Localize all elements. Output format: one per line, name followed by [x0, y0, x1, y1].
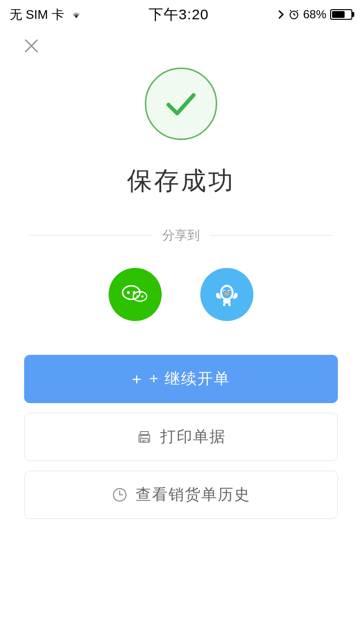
svg-point-17 [224, 291, 225, 292]
status-bar: 无 SIM 卡 下午3:20 68% [0, 0, 362, 29]
checkmark-icon [162, 84, 200, 123]
success-title: 保存成功 [127, 164, 235, 198]
divider-left [29, 235, 153, 236]
qq-icon [210, 278, 243, 311]
status-time: 下午3:20 [149, 5, 209, 25]
no-sim-text: 无 SIM 卡 [10, 6, 64, 23]
share-label: 分享到 [153, 227, 209, 244]
continue-order-button[interactable]: + + 继续开单 [24, 355, 338, 403]
location-icon [274, 9, 285, 20]
share-icons [109, 268, 253, 321]
svg-point-12 [141, 295, 143, 297]
qq-share-button[interactable] [200, 268, 253, 321]
svg-line-4 [297, 10, 298, 11]
success-circle [145, 68, 217, 140]
wechat-share-button[interactable] [109, 268, 162, 321]
close-button[interactable] [19, 34, 43, 58]
svg-line-3 [290, 10, 291, 11]
svg-point-20 [223, 299, 231, 304]
main-content: 保存成功 分享到 [0, 29, 362, 519]
status-right: 68% [274, 8, 352, 21]
wechat-icon [119, 278, 152, 311]
svg-point-28 [140, 436, 142, 438]
history-button[interactable]: 查看销货单历史 [24, 471, 338, 519]
print-button[interactable]: 打印单据 [24, 413, 338, 461]
svg-point-8 [127, 291, 130, 294]
alarm-icon [289, 9, 299, 20]
svg-rect-22 [228, 303, 231, 306]
svg-rect-27 [142, 441, 145, 442]
battery-percent: 68% [303, 8, 326, 21]
continue-icon: + [132, 370, 141, 389]
wifi-icon [69, 9, 84, 20]
divider-right [209, 235, 333, 236]
svg-rect-21 [223, 303, 225, 306]
action-buttons: + + 继续开单 打印单据 查看销货单历史 [0, 355, 362, 519]
continue-label: + 继续开单 [149, 368, 230, 390]
svg-rect-26 [142, 440, 147, 441]
svg-point-11 [137, 295, 139, 297]
close-icon [23, 37, 40, 55]
battery-icon [330, 9, 352, 20]
share-divider: 分享到 [0, 227, 362, 244]
print-label: 打印单据 [160, 426, 226, 448]
history-label: 查看销货单历史 [136, 484, 251, 505]
svg-point-19 [224, 293, 229, 295]
print-icon [136, 429, 153, 445]
status-left: 无 SIM 卡 [10, 6, 84, 23]
history-icon [111, 487, 128, 503]
svg-point-18 [229, 291, 230, 292]
